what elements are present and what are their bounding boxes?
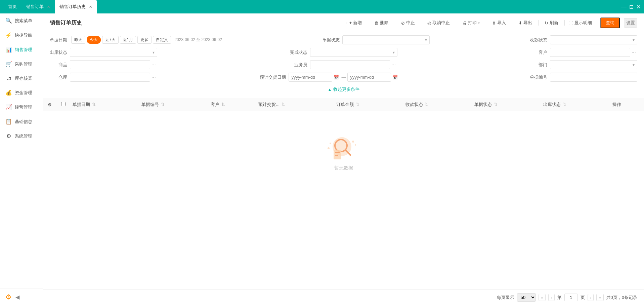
th-settings[interactable]: ⚙	[43, 98, 56, 111]
sidebar-settings-icon[interactable]: ⚙	[5, 293, 11, 301]
department-label: 部门	[530, 62, 550, 68]
refresh-button[interactable]: ↻ 刷新	[543, 18, 560, 27]
th-payment-status[interactable]: 收款状态 ⇅	[403, 98, 472, 111]
calendar-start-icon[interactable]: 📅	[334, 75, 339, 80]
complete-status-select[interactable]	[310, 48, 397, 57]
table-header-row: ⚙ 单据日期 ⇅ 单据编号 ⇅	[43, 98, 644, 111]
sidebar-item-search-menu-label: 搜索菜单	[15, 18, 32, 24]
toolbar-divider-8	[564, 20, 565, 26]
th-expected-delivery-sort-icon: ⇅	[282, 102, 285, 107]
cancel-stop-button[interactable]: ◎ 取消中止	[425, 18, 452, 27]
filter-date: 单据日期 昨天 今天 近7天 近1月 更多 自定义 2023-06-02 至 2…	[50, 36, 222, 44]
order-status-select[interactable]	[342, 35, 430, 44]
refresh-icon: ↻	[545, 21, 548, 26]
sidebar-bottom: ⚙ ◀	[0, 289, 43, 305]
date-btn-more[interactable]: 更多	[137, 36, 152, 44]
customer-dots-icon[interactable]: ···	[630, 49, 637, 55]
delivery-date-start[interactable]	[289, 73, 332, 82]
th-order-no[interactable]: 单据编号 ⇅	[139, 98, 208, 111]
settings-button[interactable]: 设置	[624, 18, 637, 28]
filter-salesperson: 业务员 ···	[290, 60, 397, 69]
show-detail-checkbox[interactable]	[569, 21, 573, 25]
basic-info-icon: 📋	[5, 118, 12, 125]
export-icon: ⬇	[518, 21, 522, 26]
prev-page-button[interactable]: ‹	[548, 294, 554, 301]
page-size-select[interactable]: 50 10 20 100	[517, 293, 536, 302]
window-minimize-icon[interactable]: —	[621, 4, 627, 10]
sidebar-item-operations[interactable]: 📈 经营管理	[0, 100, 43, 114]
show-detail-checkbox-label[interactable]: 显示明细	[569, 20, 592, 26]
th-expected-delivery[interactable]: 预计交货... ⇅	[256, 98, 334, 111]
window-close-icon[interactable]: ✕	[636, 4, 641, 10]
department-select[interactable]	[550, 60, 637, 69]
toolbar-divider-3	[421, 20, 421, 26]
tab-sales-order[interactable]: 销售订单 ✕	[22, 0, 55, 13]
salesperson-dots-icon[interactable]: ···	[390, 62, 397, 68]
new-button[interactable]: + + 新增	[343, 18, 364, 27]
sidebar-item-search-menu[interactable]: 🔍 搜索菜单	[0, 13, 43, 28]
page-header: 销售订单历史 + + 新增 🗑 删除 ⊘ 中止 ◎	[43, 13, 644, 31]
print-button[interactable]: 🖨 打印 ▾	[460, 18, 482, 27]
sidebar-item-purchase-mgmt[interactable]: 🛒 采购管理	[0, 57, 43, 71]
date-btn-1month[interactable]: 近1月	[120, 36, 136, 44]
import-button[interactable]: ⬆ 导入	[490, 18, 508, 27]
sidebar-item-inventory[interactable]: 🗂 库存核算	[0, 71, 43, 85]
tab-sales-order-close[interactable]: ✕	[47, 5, 50, 9]
page-number-input[interactable]	[564, 294, 578, 301]
payment-status-select[interactable]	[550, 35, 637, 44]
warehouse-input[interactable]	[70, 73, 150, 82]
th-date[interactable]: 单据日期 ⇅	[70, 98, 139, 111]
calendar-end-icon[interactable]: 📅	[392, 75, 398, 80]
warehouse-dots-icon[interactable]: ···	[150, 74, 157, 80]
sidebar-item-sales-mgmt[interactable]: 📊 销售管理	[0, 42, 43, 57]
toolbar-divider-9	[596, 20, 596, 26]
select-all-checkbox[interactable]	[61, 102, 66, 106]
date-btn-yesterday[interactable]: 昨天	[71, 36, 85, 44]
date-btn-7days[interactable]: 近7天	[102, 36, 119, 44]
sidebar-item-finance[interactable]: 💰 资金管理	[0, 85, 43, 100]
date-btn-custom[interactable]: 自定义	[153, 36, 171, 44]
stop-button[interactable]: ⊘ 中止	[399, 18, 417, 27]
customer-input[interactable]	[550, 48, 630, 57]
first-page-button[interactable]: «	[539, 294, 546, 301]
sidebar-item-basic-info[interactable]: 📋 基础信息	[0, 114, 43, 129]
date-range-dash: —	[342, 75, 346, 80]
tab-sales-order-history[interactable]: 销售订单历史 ✕	[55, 0, 97, 13]
th-order-amount-label: 订单金额	[336, 102, 354, 107]
product-input[interactable]	[70, 60, 150, 69]
order-no-input[interactable]	[550, 73, 637, 82]
svg-point-9	[330, 143, 331, 144]
delivery-date-end[interactable]	[347, 73, 391, 82]
tab-sales-order-history-close[interactable]: ✕	[89, 5, 92, 9]
payment-status-select-wrap: ▾	[550, 35, 637, 44]
page-unit-label: 页	[581, 295, 585, 301]
th-order-amount[interactable]: 订单金额 ⇅	[334, 98, 402, 111]
outbound-status-select[interactable]	[70, 48, 157, 57]
query-button[interactable]: 查询	[600, 17, 620, 28]
collapse-more-conditions[interactable]: ▲ 收起更多条件	[50, 85, 637, 94]
th-outbound-status[interactable]: 出库状态 ⇅	[541, 98, 609, 111]
toolbar-divider-4	[456, 20, 456, 26]
th-check[interactable]	[56, 98, 70, 111]
th-customer[interactable]: 客户 ⇅	[208, 98, 256, 111]
sidebar-collapse-icon[interactable]: ◀	[15, 294, 19, 300]
export-button[interactable]: ⬇ 导出	[516, 18, 534, 27]
finance-icon: 💰	[5, 89, 12, 96]
date-btn-today[interactable]: 今天	[87, 36, 101, 44]
last-page-button[interactable]: »	[596, 294, 603, 301]
svg-rect-3	[334, 150, 341, 159]
filter-product: 商品 ···	[50, 60, 157, 69]
salesperson-input[interactable]	[310, 60, 390, 69]
delete-button[interactable]: 🗑 删除	[372, 18, 391, 27]
sidebar-item-sys-mgmt[interactable]: ⚙ 系统管理	[0, 129, 43, 143]
total-records-text: 共0页，0条记录	[606, 295, 637, 301]
th-order-status[interactable]: 单据状态 ⇅	[472, 98, 541, 111]
sidebar-item-quick-nav[interactable]: ⚡ 快捷导航	[0, 28, 43, 42]
window-resize-icon[interactable]: ⊡	[629, 4, 634, 10]
svg-point-7	[352, 141, 354, 143]
product-dots-icon[interactable]: ···	[150, 62, 157, 68]
next-page-button[interactable]: ›	[588, 294, 594, 301]
date-label: 单据日期	[50, 37, 70, 43]
data-table: ⚙ 单据日期 ⇅ 单据编号 ⇅	[43, 98, 644, 111]
tab-home[interactable]: 首页	[3, 0, 22, 13]
